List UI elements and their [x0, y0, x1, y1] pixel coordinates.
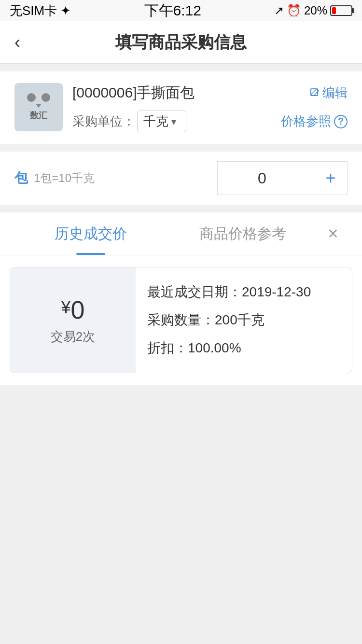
discount-value: 100.00%	[188, 340, 241, 355]
battery-fill	[332, 7, 336, 14]
product-top-row: [0000006]手撕面包 编辑	[72, 83, 348, 103]
detail-quantity: 采购数量：200千克	[147, 310, 340, 330]
edit-icon	[310, 88, 320, 98]
owl-beak	[36, 104, 42, 108]
product-thumbnail: 数汇	[14, 83, 63, 131]
history-price-section: ¥0 交易2次	[10, 267, 136, 373]
tab-product-price-label: 商品价格参考	[199, 224, 286, 244]
page-title: 填写商品采购信息	[115, 31, 247, 54]
quantity-section: 包 1包=10千克 +	[0, 152, 362, 205]
battery-icon	[330, 5, 352, 16]
quantity-conversion: 1包=10千克	[34, 170, 95, 186]
quantity-unit: 包	[14, 169, 28, 187]
edit-label: 编辑	[322, 84, 348, 101]
history-details: 最近成交日期：2019-12-30 采购数量：200千克 折扣：100.00%	[136, 267, 352, 373]
history-card: ¥0 交易2次 最近成交日期：2019-12-30 采购数量：200千克 折扣：…	[10, 267, 352, 373]
product-info: [0000006]手撕面包 编辑 采购单位： 千克 ▾	[72, 83, 348, 132]
tabs-section: 历史成交价 商品价格参考 × ¥0 交易2次 最近成交日期：2019-12-30…	[0, 212, 362, 385]
currency-symbol: ¥	[61, 297, 71, 317]
tab-history-price[interactable]: 历史成交价	[14, 212, 167, 255]
detail-date: 最近成交日期：2019-12-30	[147, 282, 340, 302]
product-card: 数汇 [0000006]手撕面包 编辑 采购单位： 千克	[0, 71, 362, 144]
nav-bar: ‹ 填写商品采购信息	[0, 21, 362, 64]
history-trades: 交易2次	[51, 328, 95, 345]
tab-history-label: 历史成交价	[55, 224, 127, 244]
history-content: ¥0 交易2次 最近成交日期：2019-12-30 采购数量：200千克 折扣：…	[0, 255, 362, 385]
tab-active-indicator	[76, 253, 105, 255]
unit-select[interactable]: 千克 ▾	[137, 111, 186, 132]
price-ref-label: 价格参照	[281, 113, 331, 130]
owl-icon	[27, 93, 50, 102]
tabs-header: 历史成交价 商品价格参考 ×	[0, 212, 362, 255]
carrier-text: 无SIM卡 ✦	[10, 2, 71, 19]
alarm-icon: ⏰	[287, 4, 301, 17]
unit-label: 采购单位：	[72, 114, 135, 128]
status-left: 无SIM卡 ✦	[10, 2, 71, 19]
chevron-down-icon: ▾	[171, 116, 176, 127]
back-button[interactable]: ‹	[10, 28, 25, 57]
quantity-plus-button[interactable]: +	[314, 161, 348, 195]
gps-icon: ↗	[274, 4, 284, 17]
product-unit-row: 采购单位： 千克 ▾ 价格参照 ?	[72, 111, 348, 132]
price-ref-button[interactable]: 价格参照 ?	[281, 113, 348, 130]
date-value: 2019-12-30	[242, 284, 311, 299]
page-background	[0, 385, 362, 626]
detail-discount: 折扣：100.00%	[147, 338, 340, 358]
status-bar: 无SIM卡 ✦ 下午6:12 ↗ ⏰ 20%	[0, 0, 362, 21]
quantity-left: 包 1包=10千克	[14, 169, 95, 187]
quantity-label: 采购数量：	[147, 312, 215, 327]
tab-close-button[interactable]: ×	[319, 219, 348, 248]
owl-label: 数汇	[30, 110, 47, 121]
quantity-input[interactable]	[217, 161, 314, 195]
price-value: 0	[71, 296, 85, 324]
help-icon: ?	[334, 115, 348, 128]
tab-product-price-ref[interactable]: 商品价格参考	[167, 212, 319, 255]
unit-section: 采购单位： 千克 ▾	[72, 111, 186, 132]
battery-percent: 20%	[304, 4, 327, 17]
unit-value: 千克	[143, 113, 168, 130]
edit-button[interactable]: 编辑	[310, 84, 348, 101]
status-right: ↗ ⏰ 20%	[274, 4, 352, 17]
quantity-value: 200千克	[215, 312, 265, 327]
product-name: [0000006]手撕面包	[72, 83, 195, 103]
product-header: 数汇 [0000006]手撕面包 编辑 采购单位： 千克	[14, 83, 348, 132]
status-time: 下午6:12	[144, 1, 201, 21]
quantity-input-group: +	[217, 161, 348, 195]
discount-label: 折扣：	[147, 340, 188, 355]
history-price-display: ¥0	[61, 295, 85, 324]
date-label: 最近成交日期：	[147, 284, 242, 299]
